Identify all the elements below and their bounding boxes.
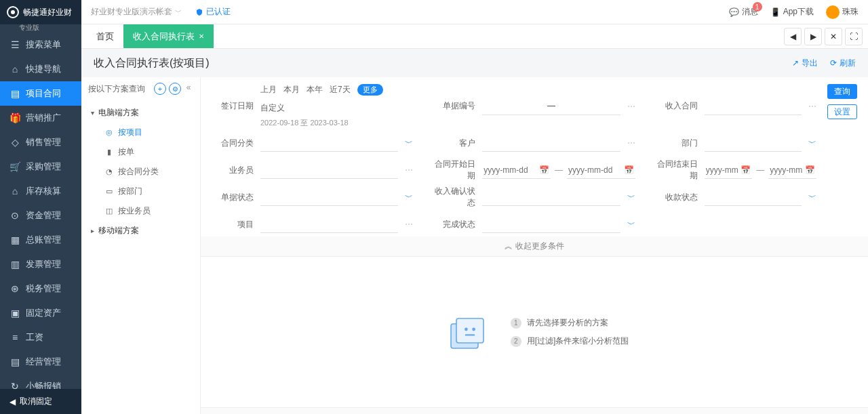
calendar-icon: 📅 xyxy=(805,165,815,175)
avatar xyxy=(826,5,840,19)
date-tab-custom[interactable]: 自定义 xyxy=(260,102,285,114)
svg-point-2 xyxy=(465,328,468,331)
brand-name: 畅捷通好业财 xyxy=(23,7,72,18)
sidebar-item-0[interactable]: ☰搜索菜单 xyxy=(0,33,81,57)
sidebar-item-8[interactable]: ▦总账管理 xyxy=(0,228,81,252)
date-tab-this-year[interactable]: 本年 xyxy=(307,84,323,96)
field-dept: 部门 ﹀ xyxy=(656,131,857,155)
chevron-down-icon[interactable]: ﹀ xyxy=(808,192,816,203)
sidebar-menu: ☰搜索菜单⌂快捷导航▤项目合同🎁营销推广◇销售管理🛒采购管理⌂库存核算⊙资金管理… xyxy=(0,33,81,389)
receipt-status-select[interactable] xyxy=(705,188,802,206)
tree-node-5[interactable]: ◫按业务员 xyxy=(81,201,200,221)
sidebar-item-14[interactable]: ↻小畅报销 xyxy=(0,374,81,389)
topbar: 好业财专业版演示帐套 ﹀ 已认证 💬 消息 1 📱 App下载 xyxy=(81,0,868,24)
tab-0[interactable]: 首页 xyxy=(87,24,123,48)
tab-close-all-button[interactable]: ✕ xyxy=(825,28,842,45)
scheme-tree: ▾电脑端方案◎按项目▮按单◔按合同分类▭按部门◫按业务员▸移动端方案 xyxy=(81,100,200,243)
user-menu[interactable]: 珠珠 xyxy=(826,5,859,19)
tree-node-6[interactable]: ▸移动端方案 xyxy=(81,221,200,241)
sidebar-item-9[interactable]: ▥发票管理 xyxy=(0,252,81,276)
tree-node-1[interactable]: ◎按项目 xyxy=(81,123,200,142)
more-icon[interactable]: ⋯ xyxy=(405,165,413,175)
chevron-down-icon[interactable]: ﹀ xyxy=(405,138,413,149)
chevron-down-icon[interactable]: ﹀ xyxy=(808,138,816,149)
doc-no-input[interactable]: — xyxy=(482,98,620,115)
complete-status-select[interactable] xyxy=(482,215,620,233)
verified-badge: 已认证 xyxy=(195,6,231,18)
tab-expand-button[interactable]: ⛶ xyxy=(845,28,863,45)
refresh-button[interactable]: ⟳ 刷新 xyxy=(830,58,856,69)
logo-icon xyxy=(7,6,19,18)
export-button[interactable]: ↗ 导出 xyxy=(792,58,818,69)
sidebar-item-3[interactable]: 🎁营销推广 xyxy=(0,106,81,130)
sidebar-item-5[interactable]: 🛒采购管理 xyxy=(0,154,81,179)
sidebar-item-13[interactable]: ▤经营管理 xyxy=(0,350,81,374)
user-icon: ◫ xyxy=(104,207,114,216)
more-icon[interactable]: ⋯ xyxy=(405,220,413,229)
tree-node-3[interactable]: ◔按合同分类 xyxy=(81,162,200,182)
close-icon[interactable]: ✕ xyxy=(199,33,204,40)
start-date-to-input[interactable]: 📅 xyxy=(567,161,635,179)
dept-select[interactable] xyxy=(705,134,802,152)
end-date-from-input[interactable]: 📅 xyxy=(705,161,753,179)
sidebar-item-12[interactable]: ≡工资 xyxy=(0,325,81,350)
income-contract-input[interactable] xyxy=(705,98,802,115)
page-header: 收入合同执行表(按项目) ↗ 导出 ⟳ 刷新 xyxy=(81,49,868,77)
sidebar-item-7[interactable]: ⊙资金管理 xyxy=(0,203,81,228)
empty-step-1: 1 请先选择要分析的方案 xyxy=(511,317,629,329)
date-tab-7days[interactable]: 近7天 xyxy=(330,84,351,96)
target-icon: ◎ xyxy=(104,128,114,138)
calendar-icon: 📅 xyxy=(624,165,634,175)
tree-node-0[interactable]: ▾电脑端方案 xyxy=(81,103,200,123)
chevron-down-icon[interactable]: ﹀ xyxy=(627,219,635,230)
contract-cat-select[interactable] xyxy=(260,134,398,152)
scheme-settings-button[interactable]: ⚙ xyxy=(169,83,181,95)
settings-button[interactable]: 设置 xyxy=(827,104,857,119)
project-input[interactable] xyxy=(260,215,398,233)
date-tab-last-month[interactable]: 上月 xyxy=(260,84,277,96)
account-dropdown[interactable]: 好业财专业版演示帐套 ﹀ xyxy=(91,6,182,18)
field-project: 项目 ⋯ xyxy=(212,212,413,236)
sidebar-item-10[interactable]: ⊛税务管理 xyxy=(0,276,81,301)
doc-status-select[interactable] xyxy=(260,188,398,206)
tabbar: 首页收入合同执行表✕ ◀ ▶ ✕ ⛶ xyxy=(81,24,868,49)
book-icon: ▦ xyxy=(9,234,20,245)
sidebar-item-11[interactable]: ▣固定资产 xyxy=(0,301,81,325)
sidebar-item-2[interactable]: ▤项目合同 xyxy=(0,81,81,106)
tree-node-2[interactable]: ▮按单 xyxy=(81,142,200,162)
tab-next-button[interactable]: ▶ xyxy=(804,28,822,45)
more-icon[interactable]: ⋯ xyxy=(627,138,635,148)
tree-node-4[interactable]: ▭按部门 xyxy=(81,182,200,201)
more-icon[interactable]: ⋯ xyxy=(808,102,816,111)
tab-1[interactable]: 收入合同执行表✕ xyxy=(123,24,214,48)
bar-icon: ▮ xyxy=(104,148,114,157)
date-tab-more[interactable]: 更多 xyxy=(357,84,383,96)
start-date-from-input[interactable]: 📅 xyxy=(482,161,551,179)
collapse-panel-button[interactable]: « xyxy=(184,83,193,92)
customer-input[interactable] xyxy=(482,134,620,152)
horizontal-scrollbar[interactable] xyxy=(201,407,868,414)
more-icon[interactable]: ⋯ xyxy=(627,102,635,111)
chevron-down-icon[interactable]: ﹀ xyxy=(405,192,413,203)
field-doc-no: 单据编号 —⋯ xyxy=(433,84,635,128)
end-date-to-input[interactable]: 📅 xyxy=(768,161,816,179)
app-download-button[interactable]: 📱 App下载 xyxy=(770,6,814,18)
sidebar-item-6[interactable]: ⌂库存核算 xyxy=(0,179,81,203)
chevron-down-icon[interactable]: ﹀ xyxy=(627,192,635,203)
salesperson-input[interactable] xyxy=(260,161,398,179)
unpin-button[interactable]: ◀ 取消固定 xyxy=(0,389,81,414)
sidebar-item-1[interactable]: ⌂快捷导航 xyxy=(0,57,81,81)
message-button[interactable]: 💬 消息 1 xyxy=(729,6,758,18)
field-income-confirm: 收入确认状态 ﹀ xyxy=(433,185,635,209)
message-badge: 1 xyxy=(753,2,762,12)
collapse-filters-button[interactable]: ︽ 收起更多条件 xyxy=(201,236,868,257)
field-contract-cat: 合同分类 ﹀ xyxy=(212,131,413,155)
calendar-icon: 📅 xyxy=(741,165,751,175)
add-scheme-button[interactable]: + xyxy=(154,83,166,95)
income-confirm-select[interactable] xyxy=(482,188,620,206)
date-tab-this-month[interactable]: 本月 xyxy=(283,84,300,96)
empty-step-2: 2 用[过滤]条件来缩小分析范围 xyxy=(511,335,629,347)
query-button[interactable]: 查询 xyxy=(827,84,857,99)
sidebar-item-4[interactable]: ◇销售管理 xyxy=(0,130,81,154)
tab-prev-button[interactable]: ◀ xyxy=(784,28,802,45)
